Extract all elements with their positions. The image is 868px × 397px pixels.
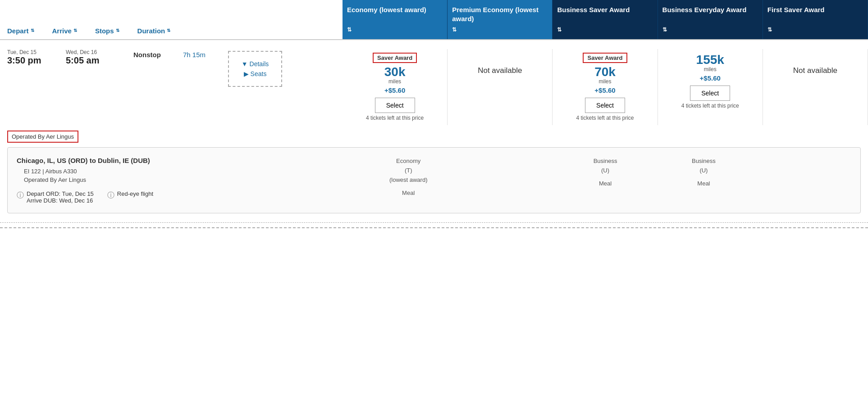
operated-by-container: Operated By Aer Lingus <box>0 127 868 143</box>
business-saver-award-header[interactable]: Business Saver Award ⇅ <box>553 0 658 39</box>
depart-label: Depart <box>7 27 29 35</box>
economy-award-header-label: Economy (lowest award) <box>347 5 443 14</box>
details-content: Chicago, IL, US (ORD) to Dublin, IE (DUB… <box>17 157 851 204</box>
premium-economy-award-header[interactable]: Premium Economy (lowest award) ⇅ <box>448 0 553 39</box>
depart-column: Tue, Dec 15 3:50 pm <box>7 49 66 66</box>
first-saver-award-cell: Not available <box>763 49 868 126</box>
economy-sort-icon: ⇅ <box>347 27 443 34</box>
depart-column-header[interactable]: Depart ⇅ <box>7 27 34 35</box>
stops-sort-icon: ⇅ <box>116 28 119 33</box>
arrive-time: 5:05 am <box>66 55 133 66</box>
economy-tickets-left: 4 tickets left at this price <box>366 115 424 122</box>
depart-info-row: ⓘ Depart ORD: Tue, Dec 15 Arrive DUB: We… <box>17 190 350 204</box>
business-everyday-select-button[interactable]: Select <box>690 86 730 101</box>
details-column: ▼ Details ▶ Seats <box>228 49 287 87</box>
flight-left-info: Tue, Dec 15 3:50 pm Wed, Dec 16 5:05 am … <box>0 49 343 87</box>
business-everyday-fee: +$5.60 <box>700 74 721 82</box>
details-triangle-icon: ▼ <box>242 60 248 68</box>
business-saver-miles: 70k <box>594 65 616 79</box>
seats-label: Seats <box>251 70 267 77</box>
details-premium-economy-cabin <box>457 157 556 204</box>
details-business-everyday-service: Meal <box>654 179 753 189</box>
arrive-column: Wed, Dec 16 5:05 am <box>66 49 133 66</box>
depart-dates: Depart ORD: Tue, Dec 15 Arrive DUB: Wed,… <box>27 190 94 204</box>
header-row: Depart ⇅ Arrive ⇅ Stops ⇅ Duration ⇅ Eco… <box>0 0 868 40</box>
business-everyday-tickets-left: 4 tickets left at this price <box>681 103 739 110</box>
details-business-everyday-cabin: Business(U) Meal <box>654 157 753 204</box>
arrive-date: Wed, Dec 16 <box>66 49 133 55</box>
depart-time: 3:50 pm <box>7 55 66 66</box>
first-saver-award-header[interactable]: First Saver Award ⇅ <box>763 0 868 39</box>
details-business-saver-service: Meal <box>556 179 654 189</box>
details-info-left: Chicago, IL, US (ORD) to Dublin, IE (DUB… <box>17 157 359 204</box>
business-saver-fee: +$5.60 <box>594 86 615 94</box>
economy-award-header[interactable]: Economy (lowest award) ⇅ <box>343 0 448 39</box>
premium-economy-award-cell: Not available <box>448 49 553 126</box>
business-everyday-award-header[interactable]: Business Everyday Award ⇅ <box>658 0 763 39</box>
premium-economy-sort-icon: ⇅ <box>452 27 548 34</box>
business-saver-select-button[interactable]: Select <box>585 98 625 113</box>
arrive-dub: Arrive DUB: Wed, Dec 16 <box>27 197 94 204</box>
details-economy-service: Meal <box>359 189 457 198</box>
flight-section: Tue, Dec 15 3:50 pm Wed, Dec 16 5:05 am … <box>0 40 868 223</box>
economy-award-cell: Saver Award 30k miles +$5.60 Select 4 ti… <box>343 49 448 126</box>
details-business-saver-cabin-label: Business(U) <box>556 157 654 176</box>
depart-sort-icon: ⇅ <box>31 28 34 33</box>
business-saver-tickets-left: 4 tickets left at this price <box>576 115 634 122</box>
details-label: Details <box>250 60 269 68</box>
details-route: Chicago, IL, US (ORD) to Dublin, IE (DUB… <box>17 157 350 164</box>
red-eye-item: ⓘ Red-eye flight <box>107 190 153 200</box>
stops-label: Stops <box>95 27 114 35</box>
first-saver-award-header-label: First Saver Award <box>767 5 863 14</box>
duration-sort-icon: ⇅ <box>167 28 170 33</box>
business-everyday-award-cell: 155k miles +$5.60 Select 4 tickets left … <box>658 49 763 126</box>
arrive-column-header[interactable]: Arrive ⇅ <box>52 27 77 35</box>
page-container: Depart ⇅ Arrive ⇅ Stops ⇅ Duration ⇅ Eco… <box>0 0 868 397</box>
header-left-columns: Depart ⇅ Arrive ⇅ Stops ⇅ Duration ⇅ <box>0 0 343 39</box>
details-business-saver-cabin: Business(U) Meal <box>556 157 654 204</box>
award-cells-row: Saver Award 30k miles +$5.60 Select 4 ti… <box>343 49 868 126</box>
award-headers: Economy (lowest award) ⇅ Premium Economy… <box>343 0 868 39</box>
details-economy-cabin: Economy (T) (lowest award) Meal <box>359 157 457 204</box>
business-saver-award-cell: Saver Award 70k miles +$5.60 Select 4 ti… <box>553 49 658 126</box>
details-panel: Chicago, IL, US (ORD) to Dublin, IE (DUB… <box>7 147 861 213</box>
stops-column-header[interactable]: Stops ⇅ <box>95 27 119 35</box>
first-saver-sort-icon: ⇅ <box>767 27 863 34</box>
details-operated-by: Operated By Aer Lingus <box>24 176 350 183</box>
business-everyday-sort-icon: ⇅ <box>662 27 758 34</box>
business-saver-miles-unit: miles <box>599 78 612 85</box>
details-link[interactable]: ▼ Details <box>242 60 269 68</box>
bottom-divider <box>0 227 868 228</box>
seats-link[interactable]: ▶ Seats <box>244 70 267 77</box>
details-flight-number: EI 122 | Airbus A330 <box>24 168 350 175</box>
arrive-sort-icon: ⇅ <box>73 28 77 33</box>
details-cabin-columns: Economy (T) (lowest award) Meal Business… <box>359 157 851 204</box>
business-everyday-award-header-label: Business Everyday Award <box>662 5 758 14</box>
details-economy-cabin-label: Economy (T) (lowest award) <box>359 157 457 185</box>
first-saver-not-available: Not available <box>784 53 846 89</box>
business-saver-award-header-label: Business Saver Award <box>557 5 653 14</box>
stops-column: Nonstop <box>133 49 183 59</box>
duration-column-header[interactable]: Duration ⇅ <box>137 27 171 35</box>
details-dashed-box: ▼ Details ▶ Seats <box>228 51 282 87</box>
depart-item: ⓘ Depart ORD: Tue, Dec 15 Arrive DUB: We… <box>17 190 94 204</box>
flight-row: Tue, Dec 15 3:50 pm Wed, Dec 16 5:05 am … <box>0 45 868 127</box>
arrive-label: Arrive <box>52 27 72 35</box>
operated-by-badge: Operated By Aer Lingus <box>7 131 78 143</box>
economy-saver-badge: Saver Award <box>373 53 417 63</box>
depart-ord: Depart ORD: Tue, Dec 15 <box>27 190 94 197</box>
duration-column: 7h 15m <box>183 49 228 59</box>
details-first-saver-cabin <box>753 157 851 204</box>
depart-date: Tue, Dec 15 <box>7 49 66 55</box>
details-business-everyday-cabin-label: Business(U) <box>654 157 753 176</box>
red-eye-label: Red-eye flight <box>117 190 153 197</box>
premium-economy-award-header-label: Premium Economy (lowest award) <box>452 5 548 23</box>
premium-economy-not-available: Not available <box>469 53 531 89</box>
business-everyday-miles: 155k <box>696 53 724 67</box>
economy-miles-unit: miles <box>388 78 401 85</box>
business-saver-badge: Saver Award <box>583 53 627 63</box>
depart-info-icon: ⓘ <box>17 191 24 200</box>
economy-select-button[interactable]: Select <box>375 98 415 113</box>
business-saver-sort-icon: ⇅ <box>557 27 653 34</box>
economy-fee: +$5.60 <box>384 86 405 94</box>
